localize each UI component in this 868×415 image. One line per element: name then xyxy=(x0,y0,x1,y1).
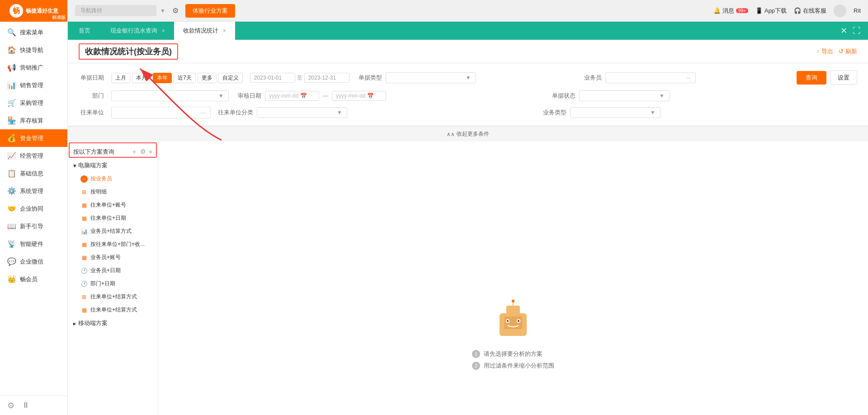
scheme-item-partner-payment2[interactable]: ▦ 往来单位+结算方式 xyxy=(68,303,158,316)
partner-select-dots: ··· xyxy=(200,109,206,116)
date-btn-7days[interactable]: 近7天 xyxy=(174,73,196,83)
hint-1-text: 请先选择要分析的方案 xyxy=(484,350,542,358)
scheme-add-btn[interactable]: ＋ xyxy=(131,148,137,156)
date-btn-this-year[interactable]: 本年 xyxy=(153,73,172,83)
collapse-btn[interactable]: ∧∧ 收起更多条件 xyxy=(447,130,489,138)
tab-home[interactable]: 首页 xyxy=(68,22,101,40)
biz-type-filter: 业务类型 ▼ xyxy=(541,107,857,118)
review-date-to[interactable]: yyyy-mm-dd 📅 xyxy=(332,91,386,101)
sidebar-item-member[interactable]: 👑 畅会员 xyxy=(0,270,67,288)
refresh-btn[interactable]: ↺ 刷新 xyxy=(839,47,857,56)
date-btn-last-month[interactable]: 上月 xyxy=(111,73,130,83)
tab-collection-stats-close[interactable]: × xyxy=(223,28,226,34)
review-date-from[interactable]: yyyy-mm-dd 📅 xyxy=(265,91,319,101)
scheme-item-partner-payment1[interactable]: ⊞ 往来单位+结算方式 xyxy=(68,290,158,303)
tab-cash-flow-close[interactable]: × xyxy=(162,28,165,34)
partner-date-icon: ▦ xyxy=(80,215,88,222)
sidebar-item-enterprise[interactable]: 🤝 企业协同 xyxy=(0,200,67,217)
sidebar-item-quicknav[interactable]: 🏠 快捷导航 xyxy=(0,41,67,59)
svg-rect-6 xyxy=(506,306,520,315)
page-header-actions: ↑ 导出 ↺ 刷新 xyxy=(817,47,858,56)
filter-row-1: 单据日期 上月 本月 本年 近7天 更多 自定义 至 单据类型 xyxy=(79,71,857,85)
messages-btn[interactable]: 🔔 消息 99+ xyxy=(713,7,748,15)
sidebar-item-guide[interactable]: 📖 新手引导 xyxy=(0,217,67,235)
sidebar-item-operations[interactable]: 📈 经营管理 xyxy=(0,147,67,165)
dept-select[interactable]: ▼ xyxy=(111,90,229,101)
sidebar-item-hardware-label: 智能硬件 xyxy=(20,240,43,248)
sidebar-item-member-label: 畅会员 xyxy=(20,275,38,283)
scheme-item-partner-account[interactable]: ▦ 往来单位+账号 xyxy=(68,198,158,212)
sidebar-item-purchase[interactable]: 🛒 采购管理 xyxy=(0,94,67,112)
filter-settings-btn[interactable]: 设置 xyxy=(830,71,857,85)
scheme-item-salesman-label: 按业务员 xyxy=(90,175,112,183)
app-download-label: App下载 xyxy=(764,7,787,15)
filter-row-2: 部门 ▼ 审核日期 yyyy-mm-dd 📅 — yyyy-mm-dd 📅 xyxy=(79,90,857,101)
date-to-input[interactable] xyxy=(304,73,349,83)
sidebar-collapse-btn[interactable]: ⏸ xyxy=(22,401,30,410)
app-download-btn[interactable]: 📱 App下载 xyxy=(755,7,787,15)
sidebar-item-hardware[interactable]: 📡 智能硬件 xyxy=(0,235,67,253)
sidebar-item-basicinfo[interactable]: 📋 基础信息 xyxy=(0,165,67,182)
online-service-btn[interactable]: 🎧 在线客服 xyxy=(794,7,826,15)
scheme-settings-btn[interactable]: ⚙ xyxy=(140,148,146,156)
sidebar-item-marketing[interactable]: 📢 营销推广 xyxy=(0,59,67,76)
scheme-group-mobile[interactable]: ▸ 移动端方案 xyxy=(68,316,158,330)
sidebar-item-sales[interactable]: 📊 销售管理 xyxy=(0,76,67,94)
main-area: 导航路径 ▼ ⚙ 体验行业方案 🔔 消息 99+ 📱 App下载 🎧 在线客服 … xyxy=(68,0,868,415)
app-logo: 畅 畅捷通好生意 标准版 xyxy=(0,0,67,22)
search-icon: 🔍 xyxy=(7,28,16,37)
scheme-item-salesman-account[interactable]: ▦ 业务员+账号 xyxy=(68,251,158,264)
scheme-item-partner-account-label: 往来单位+账号 xyxy=(90,201,126,209)
scheme-group-desktop[interactable]: ▾ 电脑端方案 xyxy=(68,159,158,172)
tab-cash-flow[interactable]: 现金银行流水查询 × xyxy=(101,22,174,40)
scheme-item-partner-payment1-label: 往来单位+结算方式 xyxy=(90,293,137,301)
sidebar-item-operations-label: 经营管理 xyxy=(20,152,43,160)
scheme-item-dept-date[interactable]: 🕐 部门+日期 xyxy=(68,277,158,290)
scheme-item-partner-date[interactable]: ▦ 往来单位+日期 xyxy=(68,212,158,225)
trial-btn[interactable]: 体验行业方案 xyxy=(185,4,235,18)
date-btn-custom[interactable]: 自定义 xyxy=(218,73,243,83)
settings-gear-btn[interactable]: ⚙ xyxy=(169,5,182,17)
scheme-collapse-btn[interactable]: « xyxy=(149,148,152,156)
user-avatar[interactable] xyxy=(834,5,846,17)
sidebar-item-wechat[interactable]: 💬 企业微信 xyxy=(0,253,67,270)
export-btn[interactable]: ↑ 导出 xyxy=(817,47,834,56)
filter-panel: 单据日期 上月 本月 本年 近7天 更多 自定义 至 单据类型 xyxy=(68,63,868,126)
scheme-panel-icons: ＋ ⚙ « xyxy=(131,148,152,156)
salesman-select[interactable]: ··· xyxy=(605,72,696,83)
dept-date-icon: 🕐 xyxy=(80,280,88,288)
empty-hint-1: 1 请先选择要分析的方案 xyxy=(472,350,554,358)
scheme-item-detail[interactable]: ⊞ 按明细 xyxy=(68,185,158,198)
sidebar-item-finance[interactable]: 💰 资金管理 xyxy=(0,129,67,147)
tab-collection-stats[interactable]: 收款情况统计 × xyxy=(174,22,235,40)
date-from-input[interactable] xyxy=(250,73,295,83)
sidebar-item-search[interactable]: 🔍 搜索菜单 xyxy=(0,24,67,41)
partner-payment1-icon: ⊞ xyxy=(80,293,88,301)
empty-illustration xyxy=(491,297,536,343)
scheme-item-partner-dept[interactable]: ▦ 按往来单位+部门+收... xyxy=(68,238,158,251)
operations-icon: 📈 xyxy=(7,151,16,160)
partner-category-select[interactable]: ▼ xyxy=(257,107,347,118)
sidebar-item-enterprise-label: 企业协同 xyxy=(20,205,43,213)
scheme-item-salesman-date[interactable]: 🕐 业务员+日期 xyxy=(68,264,158,277)
query-btn[interactable]: 查询 xyxy=(797,71,826,85)
sidebar-item-inventory[interactable]: 🏪 库存核算 xyxy=(0,112,67,129)
scheme-item-salesman-payment[interactable]: 📊 业务员+结算方式 xyxy=(68,225,158,238)
breadcrumb-dropdown[interactable]: ▼ xyxy=(160,8,165,14)
status-select[interactable]: ▼ xyxy=(579,90,670,101)
partner-select[interactable]: ··· xyxy=(111,107,211,118)
export-icon: ↑ xyxy=(817,48,820,55)
tab-close-all-btn[interactable]: ✕ xyxy=(840,26,847,36)
biz-type-select[interactable]: ▼ xyxy=(570,107,660,118)
scheme-item-salesman[interactable]: ○ 按业务员 xyxy=(68,172,158,185)
salesman-date-icon: 🕐 xyxy=(80,267,88,274)
sidebar-settings-btn[interactable]: ⚙ xyxy=(7,401,14,410)
salesman-account-icon: ▦ xyxy=(80,254,88,261)
date-btn-this-month[interactable]: 本月 xyxy=(132,73,151,83)
date-btn-more[interactable]: 更多 xyxy=(198,73,217,83)
tab-maximize-btn[interactable]: ⛶ xyxy=(853,26,861,36)
calendar-icon: 📅 xyxy=(300,93,307,99)
type-select[interactable]: ▼ xyxy=(386,72,476,83)
bell-icon: 🔔 xyxy=(713,7,721,14)
sidebar-item-system[interactable]: ⚙️ 系统管理 xyxy=(0,182,67,200)
